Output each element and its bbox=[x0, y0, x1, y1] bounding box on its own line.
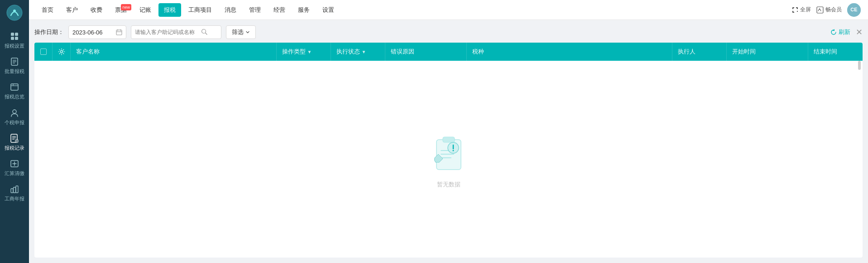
baoshui-jilu-icon bbox=[9, 133, 20, 144]
nav-item-baoshui[interactable]: 报税 bbox=[158, 3, 181, 17]
topnav-right: 全屏 畅会员 CE bbox=[792, 3, 861, 17]
select-all-checkbox[interactable] bbox=[40, 49, 47, 55]
nav-item-kehu[interactable]: 客户 bbox=[61, 3, 83, 17]
nav-item-gongshang-xiangmu[interactable]: 工商项目 bbox=[183, 3, 217, 17]
member-label: 畅会员 bbox=[825, 6, 842, 14]
date-input[interactable] bbox=[72, 29, 113, 36]
nav-item-fuwu[interactable]: 服务 bbox=[293, 3, 315, 17]
sidebar-item-baoshui-shezhi-label: 报税设置 bbox=[5, 43, 24, 49]
svg-rect-23 bbox=[14, 187, 16, 193]
calendar-icon bbox=[116, 29, 122, 35]
fullscreen-button[interactable]: 全屏 bbox=[792, 6, 811, 14]
empty-text: 暂无数据 bbox=[437, 180, 460, 189]
svg-rect-24 bbox=[16, 186, 18, 193]
filter-button[interactable]: 筛选 bbox=[226, 25, 256, 39]
sort-icon-caozuo: ▼ bbox=[307, 49, 312, 54]
empty-illustration bbox=[428, 130, 469, 175]
member-icon bbox=[816, 6, 824, 14]
toolbar-right: 刷新 ✕ bbox=[830, 28, 863, 36]
piliang-baoshui-icon bbox=[9, 56, 20, 67]
sidebar-item-geshuishenbao-label: 个税申报 bbox=[5, 120, 24, 126]
sidebar-item-baoshui-zonglam[interactable]: 报税总览 bbox=[0, 78, 29, 103]
svg-rect-25 bbox=[817, 7, 823, 13]
th-checkbox[interactable] bbox=[34, 43, 53, 61]
page-content: 操作日期： bbox=[29, 20, 868, 263]
svg-point-42 bbox=[452, 150, 454, 151]
sidebar-item-baoshui-zonglam-label: 报税总览 bbox=[5, 94, 24, 100]
sidebar-item-baoshui-jilu[interactable]: 报税记录 bbox=[0, 129, 29, 155]
svg-point-1 bbox=[13, 10, 16, 12]
filter-chevron-icon bbox=[245, 30, 250, 34]
empty-state: 暂无数据 bbox=[419, 121, 478, 198]
svg-point-13 bbox=[13, 110, 16, 113]
svg-point-0 bbox=[7, 5, 22, 20]
refresh-label: 刷新 bbox=[839, 28, 850, 36]
svg-rect-22 bbox=[11, 189, 13, 193]
svg-rect-28 bbox=[116, 30, 122, 35]
nav-items: 首页 客户 收费 票据 new 记账 报税 工商项目 消息 bbox=[36, 3, 792, 17]
nav-item-guanli[interactable]: 管理 bbox=[244, 3, 266, 17]
refresh-button[interactable]: 刷新 bbox=[830, 28, 850, 36]
svg-rect-4 bbox=[11, 37, 14, 40]
sidebar-item-geshuishenbao[interactable]: 个税申报 bbox=[0, 104, 29, 129]
table-scrollbar[interactable] bbox=[858, 61, 861, 70]
table-header: 客户名称 操作类型 ▼ 执行状态 ▼ 错误原因 税种 bbox=[34, 43, 863, 61]
svg-rect-10 bbox=[11, 84, 18, 90]
sidebar-item-piliang-baoshui[interactable]: 批量报税 bbox=[0, 53, 29, 78]
app-logo bbox=[5, 4, 24, 22]
sidebar: 报税设置 批量报税 报税总览 bbox=[0, 0, 29, 263]
sort-icon-zhixing: ▼ bbox=[362, 49, 366, 54]
th-zhixing-zhuangtai[interactable]: 执行状态 ▼ bbox=[331, 43, 385, 61]
th-cuowu-yuanyin: 错误原因 bbox=[385, 43, 467, 61]
table-body: 暂无数据 bbox=[34, 61, 863, 258]
nav-item-shezhi[interactable]: 设置 bbox=[317, 3, 340, 17]
search-wrapper[interactable] bbox=[131, 25, 221, 39]
geshuishenbao-icon bbox=[9, 107, 20, 118]
date-label: 操作日期： bbox=[34, 28, 64, 36]
huisuan-jiaona-icon bbox=[9, 158, 20, 169]
member-button[interactable]: 畅会员 bbox=[816, 6, 842, 14]
sidebar-item-piliang-baoshui-label: 批量报税 bbox=[5, 68, 24, 74]
baoshui-shezhi-icon bbox=[9, 31, 20, 42]
sidebar-item-baoshui-shezhi[interactable]: 报税设置 bbox=[0, 27, 29, 53]
svg-rect-2 bbox=[11, 33, 14, 36]
filter-label: 筛选 bbox=[232, 28, 244, 36]
fullscreen-icon bbox=[792, 7, 798, 13]
svg-text:CE: CE bbox=[850, 6, 857, 12]
search-input[interactable] bbox=[135, 29, 198, 35]
nav-item-jizhang[interactable]: 记账 bbox=[134, 3, 157, 17]
gongshang-nianbao-icon bbox=[9, 184, 20, 195]
nav-item-piaoju[interactable]: 票据 new bbox=[110, 3, 132, 17]
svg-line-33 bbox=[206, 33, 207, 34]
toolbar: 操作日期： bbox=[34, 25, 863, 39]
th-kehu-mingcheng: 客户名称 bbox=[71, 43, 277, 61]
search-icon[interactable] bbox=[201, 29, 207, 36]
svg-rect-36 bbox=[443, 137, 455, 142]
sidebar-item-huisuan-jiaona-label: 汇算清缴 bbox=[5, 170, 24, 176]
user-avatar[interactable]: CE bbox=[847, 3, 861, 17]
th-gear[interactable] bbox=[53, 43, 71, 61]
table-settings-icon bbox=[58, 48, 65, 55]
nav-item-shouye[interactable]: 首页 bbox=[36, 3, 59, 17]
refresh-icon bbox=[830, 29, 837, 35]
close-button[interactable]: ✕ bbox=[856, 28, 863, 36]
baoshui-zonglam-icon bbox=[9, 82, 20, 93]
sidebar-item-baoshui-jilu-label: 报税记录 bbox=[5, 145, 24, 151]
sidebar-item-huisuan-jiaona[interactable]: 汇算清缴 bbox=[0, 155, 29, 180]
sidebar-item-gongshang-nianbao[interactable]: 工商年报 bbox=[0, 180, 29, 205]
nav-item-shoufei[interactable]: 收费 bbox=[85, 3, 108, 17]
svg-point-34 bbox=[60, 51, 62, 53]
th-jieshu-shijian: 结束时间 bbox=[808, 43, 863, 61]
date-input-wrapper[interactable] bbox=[68, 25, 126, 39]
sidebar-item-gongshang-nianbao-label: 工商年报 bbox=[5, 196, 24, 202]
nav-item-xiaoxi[interactable]: 消息 bbox=[219, 3, 242, 17]
th-shuizhong: 税种 bbox=[467, 43, 673, 61]
main-area: 首页 客户 收费 票据 new 记账 报税 工商项目 消息 bbox=[29, 0, 868, 263]
th-zhixing-ren: 执行人 bbox=[672, 43, 727, 61]
content-area: 操作日期： bbox=[29, 20, 868, 263]
fullscreen-label: 全屏 bbox=[800, 6, 811, 14]
top-nav: 首页 客户 收费 票据 new 记账 报税 工商项目 消息 bbox=[29, 0, 868, 20]
nav-item-jingying[interactable]: 经营 bbox=[268, 3, 291, 17]
svg-rect-5 bbox=[15, 37, 18, 40]
th-caozuo-leixing[interactable]: 操作类型 ▼ bbox=[277, 43, 331, 61]
